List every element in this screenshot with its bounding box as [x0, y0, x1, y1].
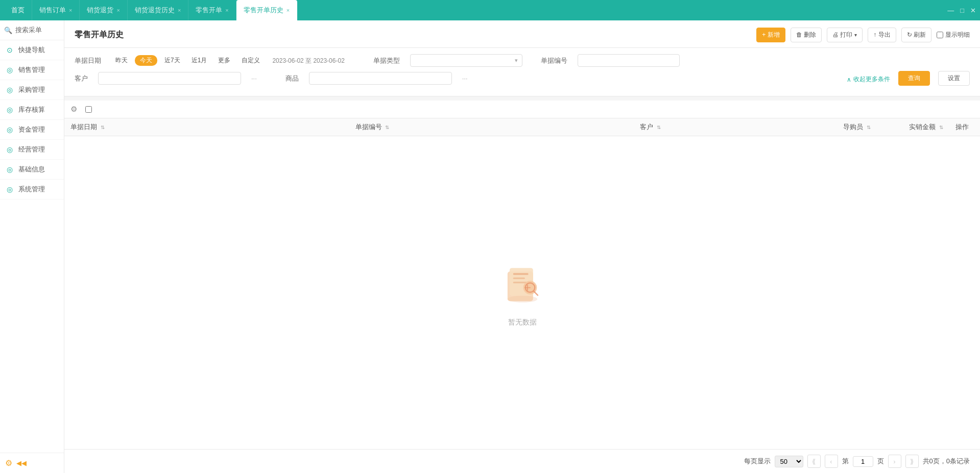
select-all-checkbox[interactable] — [85, 106, 92, 113]
date-opt-yesterday[interactable]: 昨天 — [111, 55, 132, 66]
tab-sales-order[interactable]: 销售订单 × — [32, 0, 80, 20]
date-opt-custom[interactable]: 自定义 — [237, 55, 264, 66]
operations-icon: ◎ — [5, 145, 14, 154]
per-page-select[interactable]: 50 20 100 — [775, 456, 803, 467]
svg-rect-5 — [513, 282, 527, 283]
content-area: 零售开单历史 + 新增 🗑 删除 🖨 打印 ▾ ↑ 导出 ↻ 刷新 — [64, 20, 980, 473]
col-number: 单据编号 ⇅ — [349, 118, 634, 136]
col-customer: 客户 ⇅ — [634, 118, 837, 136]
empty-icon — [497, 259, 548, 310]
last-page-btn[interactable]: ⟫ — [905, 455, 919, 468]
product-filter-label: 商品 — [285, 74, 299, 83]
refresh-button[interactable]: ↻ 刷新 — [901, 28, 931, 42]
sidebar: 🔍 搜索采单 ⊙ 快捷导航 ◎ 销售管理 ◎ 采购管理 ◎ 库存核算 ◎ 资金管… — [0, 20, 64, 473]
tab-return-close[interactable]: × — [116, 7, 119, 13]
sidebar-item-system[interactable]: ◎ 系统管理 — [0, 180, 64, 200]
delete-button-label: 🗑 删除 — [796, 31, 816, 39]
prev-page-btn[interactable]: ‹ — [825, 455, 838, 468]
col-guide-label: 导购员 — [843, 123, 863, 131]
col-amount-label: 实销金额 — [909, 123, 936, 131]
basic-info-icon: ◎ — [5, 165, 14, 173]
collapse-button[interactable]: ∧ 收起更多条件 — [847, 75, 890, 84]
tab-bar: 首页 销售订单 × 销货退货 × 销货退货历史 × 零售开单 × 零售开单历史 … — [0, 0, 980, 20]
sidebar-item-purchase[interactable]: ◎ 采购管理 — [0, 80, 64, 100]
col-guide-sort[interactable]: ⇅ — [867, 125, 871, 130]
customer-dots[interactable]: ··· — [251, 74, 257, 82]
table-header: 单据日期 ⇅ 单据编号 ⇅ 客户 ⇅ 导购员 ⇅ — [64, 118, 980, 136]
window-maximize[interactable]: □ — [960, 7, 964, 14]
col-guide: 导购员 ⇅ — [837, 118, 898, 136]
col-customer-sort[interactable]: ⇅ — [657, 125, 661, 130]
tab-return-history-close[interactable]: × — [178, 7, 181, 13]
page-header: 零售开单历史 + 新增 🗑 删除 🖨 打印 ▾ ↑ 导出 ↻ 刷新 — [64, 20, 980, 48]
print-button[interactable]: 🖨 打印 ▾ — [827, 28, 863, 42]
sidebar-item-finance[interactable]: ◎ 资金管理 — [0, 120, 64, 140]
date-opt-today[interactable]: 今天 — [135, 55, 157, 66]
first-page-btn[interactable]: ⟪ — [807, 455, 821, 468]
show-detail-check[interactable] — [937, 32, 943, 38]
tab-home[interactable]: 首页 — [4, 0, 32, 20]
type-select[interactable]: ▾ — [410, 54, 522, 67]
sidebar-item-inventory[interactable]: ◎ 库存核算 — [0, 100, 64, 120]
col-customer-label: 客户 — [640, 123, 653, 131]
col-date-sort[interactable]: ⇅ — [101, 125, 105, 130]
sidebar-item-purchase-label: 采购管理 — [18, 85, 45, 94]
tab-sales-order-close[interactable]: × — [69, 7, 72, 13]
show-detail-checkbox[interactable]: 显示明细 — [937, 31, 970, 39]
product-input[interactable] — [309, 72, 452, 85]
product-dots[interactable]: ··· — [462, 74, 468, 82]
sidebar-item-basic-info[interactable]: ◎ 基础信息 — [0, 160, 64, 180]
print-dropdown-icon: ▾ — [854, 32, 857, 38]
sidebar-item-operations-label: 经营管理 — [18, 145, 45, 154]
add-button-label: + 新增 — [762, 31, 779, 39]
sidebar-item-system-label: 系统管理 — [18, 185, 45, 194]
empty-text: 暂无数据 — [508, 318, 537, 327]
delete-button[interactable]: 🗑 删除 — [791, 28, 822, 42]
search-button[interactable]: 查询 — [898, 71, 930, 86]
date-opt-7days[interactable]: 近7天 — [160, 55, 184, 66]
tab-sales-order-label: 销售订单 — [39, 6, 66, 15]
refresh-button-label: ↻ 刷新 — [907, 31, 926, 39]
page-label: 页 — [877, 457, 884, 466]
sidebar-item-quick-nav-label: 快捷导航 — [18, 45, 45, 55]
col-number-sort[interactable]: ⇅ — [385, 125, 389, 130]
tab-retail-history-label: 零售开单历史 — [244, 6, 283, 15]
quick-nav-icon: ⊙ — [5, 46, 14, 54]
search-icon: 🔍 — [4, 27, 12, 34]
window-close[interactable]: ✕ — [970, 7, 976, 14]
settings-filter-button[interactable]: 设置 — [938, 71, 970, 86]
number-input[interactable] — [578, 54, 680, 67]
sidebar-search-label: 搜索采单 — [15, 26, 42, 35]
sidebar-item-finance-label: 资金管理 — [18, 125, 45, 134]
date-opt-1month[interactable]: 近1月 — [187, 55, 211, 66]
tab-retail-close[interactable]: × — [225, 7, 228, 13]
customer-input[interactable] — [98, 72, 241, 85]
col-date: 单据日期 ⇅ — [64, 118, 349, 136]
collapse-sidebar-icon[interactable]: ◀◀ — [16, 459, 27, 467]
tab-retail-history[interactable]: 零售开单历史 × — [236, 0, 297, 20]
page-number-input[interactable] — [853, 456, 873, 467]
date-opt-more[interactable]: 更多 — [214, 55, 234, 66]
settings-bottom-icon[interactable]: ⚙ — [5, 458, 12, 468]
window-minimize[interactable]: — — [947, 7, 954, 14]
filter-area: 单据日期 昨天 今天 近7天 近1月 更多 自定义 2023-06-02 至 2… — [64, 48, 980, 96]
sidebar-item-quick-nav[interactable]: ⊙ 快捷导航 — [0, 40, 64, 60]
tab-return[interactable]: 销货退货 × — [80, 0, 127, 20]
tab-retail[interactable]: 零售开单 × — [188, 0, 236, 20]
next-page-btn[interactable]: › — [888, 455, 901, 468]
col-number-label: 单据编号 — [355, 123, 382, 131]
table-settings-icon[interactable]: ⚙ — [70, 105, 77, 114]
add-button[interactable]: + 新增 — [756, 28, 785, 42]
sidebar-item-operations[interactable]: ◎ 经营管理 — [0, 140, 64, 160]
number-filter-label: 单据编号 — [541, 56, 567, 65]
show-detail-label: 显示明细 — [945, 31, 970, 39]
sidebar-item-sales[interactable]: ◎ 销售管理 — [0, 60, 64, 80]
sidebar-search[interactable]: 🔍 搜索采单 — [0, 20, 64, 40]
type-select-arrow: ▾ — [515, 57, 518, 64]
tab-retail-history-close[interactable]: × — [286, 7, 290, 13]
search-button-label: 查询 — [908, 74, 920, 83]
col-amount-sort[interactable]: ⇅ — [939, 125, 943, 130]
export-button[interactable]: ↑ 导出 — [868, 28, 896, 42]
date-range-text: 2023-06-02 至 2023-06-02 — [272, 57, 344, 65]
tab-return-history[interactable]: 销货退货历史 × — [128, 0, 188, 20]
